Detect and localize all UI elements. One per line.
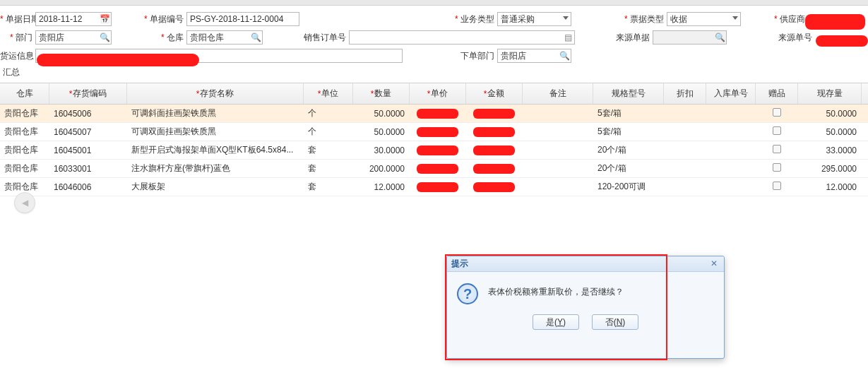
search-icon[interactable]: 🔍 (250, 32, 261, 43)
cell-name: 新型开启式海报架单面XQ型KT板64.5x84... (127, 144, 304, 156)
salesorder-label: 销售订单号 (297, 32, 349, 44)
table-row[interactable]: 贵阳仓库16045001新型开启式海报架单面XQ型KT板64.5x84...套3… (0, 141, 868, 160)
redaction-mark (473, 109, 515, 119)
date-label: 单据日期 (0, 13, 35, 25)
cell-amt (466, 182, 523, 192)
tickettype-select[interactable] (667, 12, 741, 26)
col-gift[interactable]: 赠品 (756, 83, 798, 104)
chevron-down-icon[interactable] (563, 16, 569, 20)
redaction-mark (417, 164, 458, 174)
cell-name: 大展板架 (127, 181, 304, 193)
dept-label: 部门 (0, 32, 35, 44)
cell-spec: 120-200可调 (593, 181, 664, 193)
cell-name: 注水旗杆方座(带旗杆)蓝色 (127, 162, 304, 174)
cell-unit: 套 (304, 181, 353, 193)
close-icon[interactable]: ✕ (708, 259, 720, 270)
col-code[interactable]: 存货编码 (49, 83, 127, 104)
grid-header: 仓库 存货编码 存货名称 单位 数量 单价 金额 备注 规格型号 折扣 入库单号… (0, 83, 868, 105)
table-row[interactable]: 贵阳仓库16045007可调双面挂画架铁质黑个50.00005套/箱50.000… (0, 123, 868, 141)
cell-qty: 50.0000 (353, 127, 410, 137)
cell-stock: 50.0000 (798, 109, 862, 119)
gift-checkbox[interactable] (773, 145, 781, 153)
nav-back-button[interactable]: ◀ (14, 192, 35, 213)
summary-label: 汇总 (0, 65, 868, 80)
gift-checkbox[interactable] (773, 182, 781, 190)
col-amt[interactable]: 金额 (466, 83, 523, 104)
cell-name: 可调双面挂画架铁质黑 (127, 126, 304, 138)
col-spec[interactable]: 规格型号 (593, 83, 664, 104)
col-name[interactable]: 存货名称 (127, 83, 304, 104)
redaction-mark (473, 164, 515, 174)
cell-amt (466, 146, 523, 155)
yes-button[interactable]: 是(Y) (533, 314, 579, 330)
cell-price (410, 127, 466, 137)
question-icon: ? (457, 283, 478, 304)
gift-checkbox[interactable] (773, 163, 781, 172)
cell-unit: 套 (304, 162, 353, 174)
cell-amt (466, 127, 523, 137)
cell-code: 16045007 (49, 127, 127, 137)
srcno-label: 来源单号 (777, 32, 815, 44)
redaction-mark (417, 127, 458, 137)
redaction-mark (473, 127, 515, 137)
cell-code: 16046006 (49, 182, 127, 192)
cell-unit: 个 (304, 107, 353, 119)
list-icon[interactable]: ▤ (562, 32, 573, 43)
cell-wh: 贵阳仓库 (0, 107, 49, 119)
gift-checkbox[interactable] (773, 126, 781, 135)
cell-spec: 20个/箱 (593, 162, 664, 174)
search-icon[interactable]: 🔍 (714, 32, 725, 43)
cell-qty: 200.0000 (353, 164, 410, 174)
grid-body: 贵阳仓库16045006可调斜面挂画架铁质黑个50.00005套/箱50.000… (0, 105, 868, 196)
cell-gift (756, 182, 798, 192)
cell-wh: 贵阳仓库 (0, 144, 49, 156)
cell-gift (756, 126, 798, 137)
chevron-down-icon[interactable] (732, 16, 738, 20)
cell-spec: 5套/箱 (593, 126, 664, 138)
col-unit[interactable]: 单位 (304, 83, 353, 104)
cell-qty: 30.0000 (353, 146, 410, 155)
cell-spec: 20个/箱 (593, 144, 664, 156)
cell-unit: 套 (304, 144, 353, 156)
orderdept-label: 下单部门 (452, 50, 497, 62)
cell-spec: 5套/箱 (593, 107, 664, 119)
cell-wh: 贵阳仓库 (0, 162, 49, 174)
search-icon[interactable]: 🔍 (99, 32, 110, 43)
no-button[interactable]: 否(N) (592, 314, 638, 330)
cell-wh: 贵阳仓库 (0, 181, 49, 193)
col-remark[interactable]: 备注 (523, 83, 593, 104)
biztype-select[interactable] (497, 12, 571, 26)
cell-price (410, 164, 466, 174)
confirm-dialog: 提示 ✕ ? 表体价税额将重新取价，是否继续？ 是(Y) 否(N) (446, 256, 725, 359)
biztype-label: 业务类型 (452, 13, 497, 25)
search-icon[interactable]: 🔍 (559, 50, 570, 61)
wh-label: 仓库 (141, 32, 186, 44)
col-qty[interactable]: 数量 (353, 83, 410, 104)
col-stock[interactable]: 现存量 (798, 83, 862, 104)
docno-input[interactable] (186, 12, 299, 26)
salesorder-input[interactable] (349, 30, 575, 44)
col-price[interactable]: 单价 (410, 83, 466, 104)
table-row[interactable]: 贵阳仓库16046006大展板架套12.0000120-200可调12.0000 (0, 178, 868, 196)
cell-gift (756, 108, 798, 119)
redaction-mark (473, 146, 515, 155)
dialog-titlebar[interactable]: 提示 ✕ (447, 256, 724, 272)
supplier-label: 供应商 (770, 13, 808, 25)
redaction-mark (417, 182, 458, 192)
gift-checkbox[interactable] (773, 108, 781, 117)
form-area: 单据日期 📅 单据编号 业务类型 票据类型 供应商 (0, 6, 868, 83)
cell-unit: 个 (304, 126, 353, 138)
col-inno[interactable]: 入库单号 (706, 83, 756, 104)
cell-name: 可调斜面挂画架铁质黑 (127, 107, 304, 119)
redaction-mark (417, 109, 458, 119)
calendar-icon[interactable]: 📅 (99, 13, 110, 25)
top-toolbar (0, 0, 868, 6)
col-disc[interactable]: 折扣 (664, 83, 706, 104)
freight-input[interactable] (35, 49, 403, 63)
cell-gift (756, 145, 798, 155)
table-row[interactable]: 贵阳仓库16033001注水旗杆方座(带旗杆)蓝色套200.000020个/箱2… (0, 160, 868, 178)
cell-gift (756, 163, 798, 174)
table-row[interactable]: 贵阳仓库16045006可调斜面挂画架铁质黑个50.00005套/箱50.000… (0, 105, 868, 123)
tickettype-label: 票据类型 (622, 13, 667, 25)
col-warehouse[interactable]: 仓库 (0, 83, 49, 104)
